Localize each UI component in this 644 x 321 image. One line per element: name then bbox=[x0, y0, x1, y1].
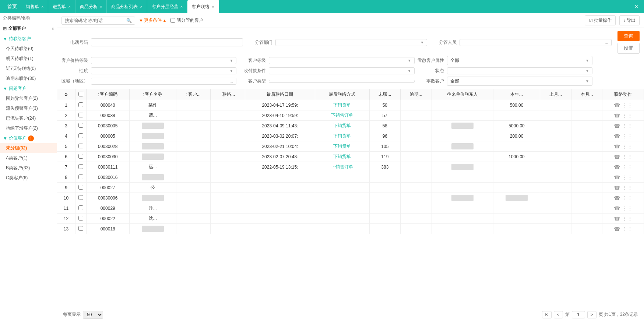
more-icon[interactable]: ⋮⋮ bbox=[622, 205, 633, 211]
close-contact-tab[interactable]: × bbox=[212, 4, 214, 9]
more-icon[interactable]: ⋮⋮ bbox=[622, 226, 633, 232]
sidebar-item-c-class[interactable]: C类客户(6) bbox=[0, 173, 57, 183]
select-all-checkbox[interactable] bbox=[78, 92, 83, 96]
last-method-link[interactable]: 下销货单 bbox=[333, 123, 351, 128]
call-icon[interactable]: ☎ bbox=[614, 205, 620, 211]
sidebar-item-b-class[interactable]: B类客户(33) bbox=[0, 163, 57, 173]
close-analysis-list-tab[interactable]: × bbox=[140, 4, 142, 9]
name-column-header[interactable]: :客户名称 bbox=[129, 89, 176, 100]
sidebar-item-overdue[interactable]: 逾期未联络(30) bbox=[0, 74, 57, 84]
call-icon[interactable]: ☎ bbox=[614, 195, 620, 201]
close-sales-tab[interactable]: × bbox=[41, 4, 43, 9]
last-month-column-header[interactable]: 上月... bbox=[540, 89, 571, 100]
export-button[interactable]: ↓ 导出 bbox=[619, 15, 640, 25]
nav-home[interactable]: 首页 bbox=[3, 3, 21, 10]
sidebar-item-ungroups[interactable]: 未分组(32) bbox=[0, 143, 57, 153]
cur-month-column-header[interactable]: 本月... bbox=[571, 89, 602, 100]
close-segment-tab[interactable]: × bbox=[180, 4, 183, 9]
main-search-icon[interactable]: 🔍 bbox=[126, 18, 132, 23]
status-select[interactable]: ▼ bbox=[447, 67, 592, 74]
select-all-header[interactable] bbox=[75, 89, 86, 100]
row-checkbox[interactable] bbox=[78, 154, 83, 159]
sidebar-search-input[interactable] bbox=[3, 15, 57, 21]
last-method-link[interactable]: 下销货单 bbox=[333, 144, 351, 149]
batch-ops-button[interactable]: ☑ 批量操作 bbox=[585, 15, 616, 25]
call-icon[interactable]: ☎ bbox=[614, 164, 620, 170]
retail-attr-select[interactable]: 全部 ▼ bbox=[447, 56, 592, 65]
nav-tab-analysis-list[interactable]: 商品分析列表 × bbox=[107, 0, 147, 13]
sidebar-item-hoard-anomaly[interactable]: 囤购异常客户(2) bbox=[0, 94, 57, 103]
call-icon[interactable]: ☎ bbox=[614, 154, 620, 160]
last-method-column-header[interactable]: 最后联络方式 bbox=[315, 89, 369, 100]
my-customers-checkbox[interactable]: 我分管的客户 bbox=[170, 17, 203, 24]
nature-select[interactable]: ▼ bbox=[91, 67, 236, 74]
row-checkbox[interactable] bbox=[78, 226, 83, 231]
price-level-select[interactable]: ▼ bbox=[91, 57, 236, 64]
problem-group-label[interactable]: ▼ 问题客户 bbox=[0, 84, 57, 94]
call-icon[interactable]: ☎ bbox=[614, 144, 620, 149]
call-icon[interactable]: ☎ bbox=[614, 123, 620, 129]
dept-select[interactable]: ▼ bbox=[275, 39, 427, 46]
nav-tab-contact[interactable]: 客户联络 × bbox=[187, 0, 219, 13]
call-icon[interactable]: ☎ bbox=[614, 185, 620, 191]
sidebar-item-a-class[interactable]: A类客户(1) bbox=[0, 153, 57, 163]
call-icon[interactable]: ☎ bbox=[614, 133, 620, 139]
more-conditions-btn[interactable]: ▼ 更多条件 ▲ bbox=[139, 17, 167, 24]
main-search-input[interactable] bbox=[65, 18, 125, 23]
nav-tab-segment[interactable]: 客户分层经营 × bbox=[147, 0, 187, 13]
close-purchase-tab[interactable]: × bbox=[68, 4, 70, 9]
page-size-select[interactable]: 50 20 100 bbox=[83, 311, 103, 319]
customer-type-select[interactable] bbox=[269, 80, 414, 83]
sidebar-item-7days[interactable]: 近7天待联络(0) bbox=[0, 64, 57, 74]
nav-tab-sales[interactable]: 销售单 × bbox=[21, 0, 48, 13]
more-icon[interactable]: ⋮⋮ bbox=[622, 216, 633, 222]
row-checkbox[interactable] bbox=[78, 185, 83, 190]
more-icon[interactable]: ⋮⋮ bbox=[622, 154, 633, 160]
region-select[interactable]: … bbox=[91, 78, 236, 85]
prev-page-btn[interactable]: < bbox=[554, 311, 563, 318]
payment-select[interactable]: ▼ bbox=[269, 67, 414, 74]
cat-column-header[interactable]: :客户... bbox=[176, 89, 211, 100]
nav-tab-analysis[interactable]: 商品分析 × bbox=[75, 0, 107, 13]
page-number-input[interactable] bbox=[572, 311, 585, 318]
close-analysis-tab[interactable]: × bbox=[100, 4, 102, 9]
row-checkbox[interactable] bbox=[78, 102, 83, 107]
row-checkbox[interactable] bbox=[78, 205, 83, 210]
row-checkbox[interactable] bbox=[78, 216, 83, 221]
nav-tab-purchase[interactable]: 进货单 × bbox=[48, 0, 75, 13]
more-icon[interactable]: ⋮⋮ bbox=[622, 174, 633, 180]
first-page-btn[interactable]: K bbox=[542, 311, 552, 318]
last-method-link[interactable]: 下销售订单 bbox=[331, 164, 353, 169]
score-group-label[interactable]: ▼ 价值客户 ! bbox=[0, 133, 57, 143]
more-icon[interactable]: ⋮⋮ bbox=[622, 144, 633, 149]
retail-customer-select[interactable]: 全部 ▼ bbox=[447, 77, 592, 86]
row-checkbox[interactable] bbox=[78, 174, 83, 179]
window-close-button[interactable]: × bbox=[632, 3, 641, 10]
more-icon[interactable]: ⋮⋮ bbox=[622, 133, 633, 139]
sidebar-item-today[interactable]: 今天待联络(0) bbox=[0, 44, 57, 54]
sidebar-item-tomorrow[interactable]: 明天待联络(1) bbox=[0, 54, 57, 64]
sidebar-item-churn-warning[interactable]: 流失预警客户(3) bbox=[0, 103, 57, 113]
settings-column-header[interactable]: ⚙ bbox=[57, 89, 75, 100]
contact-column-header[interactable]: :联络... bbox=[211, 89, 245, 100]
row-checkbox[interactable] bbox=[78, 195, 83, 200]
sidebar-item-declining[interactable]: 持续下滑客户(2) bbox=[0, 123, 57, 133]
row-checkbox[interactable] bbox=[78, 164, 83, 169]
reset-button[interactable]: 设置 bbox=[617, 43, 640, 54]
manager-select[interactable]: … bbox=[460, 39, 612, 46]
pending-group-label[interactable]: ▼ 待联络客户 bbox=[0, 34, 57, 44]
code-column-header[interactable]: :客户编码 bbox=[86, 89, 129, 100]
unlink-column-header[interactable]: 未联... bbox=[369, 89, 400, 100]
row-checkbox[interactable] bbox=[78, 133, 83, 138]
yearly-column-header[interactable]: 本年... bbox=[493, 89, 540, 100]
call-icon[interactable]: ☎ bbox=[614, 102, 620, 108]
customer-level-select[interactable]: ▼ bbox=[269, 57, 414, 64]
row-checkbox[interactable] bbox=[78, 144, 83, 148]
next-page-btn[interactable]: > bbox=[587, 311, 597, 318]
last-date-column-header[interactable]: 最后联络日期 bbox=[245, 89, 315, 100]
overdue-column-header[interactable]: 逾期... bbox=[401, 89, 432, 100]
more-icon[interactable]: ⋮⋮ bbox=[622, 102, 633, 108]
call-icon[interactable]: ☎ bbox=[614, 174, 620, 180]
more-icon[interactable]: ⋮⋮ bbox=[622, 195, 633, 201]
last-method-link[interactable]: 下销售订单 bbox=[331, 113, 353, 118]
